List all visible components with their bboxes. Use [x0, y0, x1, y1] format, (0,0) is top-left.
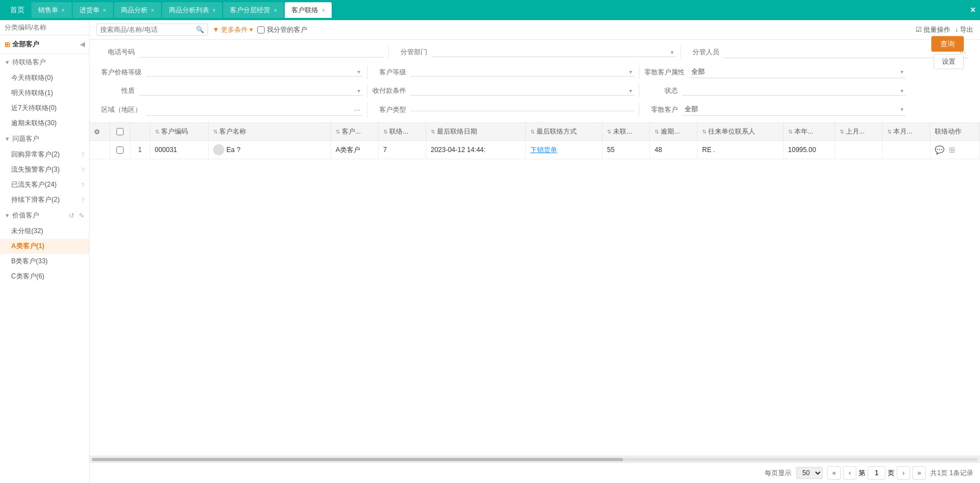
overdue-col-header[interactable]: ⇅逾期...	[650, 123, 698, 141]
notcontacted-col-header[interactable]: ⇅未联...	[602, 123, 650, 141]
horizontal-scrollbar[interactable]	[89, 456, 980, 462]
price-level-select[interactable]: ▾	[146, 68, 362, 77]
all-customers-header[interactable]: ⊞ 全部客户 ◀	[0, 35, 89, 54]
toolbar-right: ☑ 批量操作 ↓ 导出	[916, 25, 973, 35]
page-size-label: 每页显示	[765, 468, 791, 478]
my-customers-checkbox[interactable]	[257, 26, 265, 34]
region-dots-icon[interactable]: ···	[354, 105, 361, 114]
customer-type-select[interactable]	[411, 108, 634, 111]
sidebar-search-input[interactable]	[4, 23, 88, 31]
sidebar-item-c-class[interactable]: C类客户(6)	[0, 269, 89, 284]
last-page-button[interactable]: »	[912, 466, 926, 480]
code-col-header[interactable]: ⇅客户编码	[150, 123, 208, 141]
filter-payment: 收付款条件 ▾	[368, 84, 639, 98]
my-customers-checkbox-label[interactable]: 我分管的客户	[257, 25, 307, 35]
sidebar-item-churn-warning[interactable]: 流失预警客户(3) ?	[0, 162, 89, 177]
question-icon-repurchase[interactable]: ?	[81, 151, 84, 158]
retail-attr-arrow-icon: ▾	[901, 69, 903, 75]
payment-select[interactable]: ▾	[411, 87, 634, 96]
sidebar-item-a-class[interactable]: A类客户(1)	[0, 239, 89, 254]
first-page-button[interactable]: «	[827, 466, 841, 480]
tab-product-analysis-label: 商品分析	[121, 6, 148, 15]
search-input[interactable]	[100, 26, 194, 34]
tab-product-analysis-close[interactable]: ×	[151, 7, 154, 13]
retail-attr-select[interactable]: 全部 ▾	[689, 66, 906, 78]
collapse-icon[interactable]: ◀	[80, 41, 84, 48]
problem-customers-section[interactable]: ▼ 问题客户	[0, 131, 89, 147]
sidebar-item-churned[interactable]: 已流失客户(24) ?	[0, 177, 89, 192]
my-customers-label: 我分管的客户	[267, 25, 307, 35]
dept-select[interactable]: ▾	[432, 48, 676, 57]
contact-method-link[interactable]: 下销货单	[530, 146, 557, 154]
tab-customer-segment[interactable]: 客户分层经营 ×	[223, 2, 284, 18]
lastcontactdate-col-header[interactable]: ⇅最后联络日期	[426, 123, 526, 141]
value-customers-section[interactable]: ▼ 价值客户 ↺ ✎	[0, 207, 89, 224]
name-col-header[interactable]: ⇅客户名称	[208, 123, 331, 141]
sidebar-item-ungrouped[interactable]: 未分组(32)	[0, 224, 89, 239]
query-button[interactable]: 查询	[931, 36, 964, 51]
tab-product-analysis[interactable]: 商品分析 ×	[114, 2, 161, 18]
lastmonth-col-header[interactable]: ⇅上月...	[835, 123, 882, 141]
tab-customer-segment-close[interactable]: ×	[274, 7, 277, 13]
contactaction-cell: 💬 ⊞	[930, 141, 979, 159]
status-select[interactable]: ▾	[682, 87, 906, 96]
question-icon-declining[interactable]: ?	[81, 197, 84, 203]
page-number-input[interactable]	[868, 466, 885, 480]
search-icon[interactable]: 🔍	[196, 26, 204, 34]
select-all-checkbox[interactable]	[116, 128, 124, 135]
region-select[interactable]: ···	[146, 104, 362, 116]
sidebar-item-7days-pending[interactable]: 近7天待联络(0)	[0, 101, 89, 116]
top-navigation: 首页 销售单 × 进货单 × 商品分析 × 商品分析列表 × 客户分层经营 × …	[0, 0, 980, 20]
tab-purchase-order-close[interactable]: ×	[103, 7, 106, 13]
sidebar-item-repurchase-abnormal[interactable]: 回购异常客户(2) ?	[0, 147, 89, 162]
close-all-button[interactable]: ×	[970, 5, 976, 15]
checkbox-col-header	[110, 123, 130, 141]
phone-input[interactable]	[139, 47, 384, 58]
filter-price-level: 客户价格等级 ▾	[96, 65, 368, 79]
tab-product-analysis-list-close[interactable]: ×	[213, 7, 216, 13]
more-action-icon[interactable]: ⊞	[949, 145, 955, 154]
chat-action-icon[interactable]: 💬	[935, 145, 944, 154]
sidebar-item-b-class[interactable]: B类客户(33)	[0, 254, 89, 269]
thismonth-col-header[interactable]: ⇅本月...	[882, 123, 930, 141]
companycontacts-col-header[interactable]: ⇅往来单位联系人	[698, 123, 784, 141]
tab-sales-order-close[interactable]: ×	[62, 7, 65, 13]
nature-select[interactable]: ▾	[139, 87, 362, 96]
more-conditions-button[interactable]: ▼ 更多条件 ▾	[213, 25, 253, 35]
tab-sales-order[interactable]: 销售单 ×	[31, 2, 72, 18]
question-icon-churn-warning[interactable]: ?	[81, 167, 84, 173]
tab-purchase-order[interactable]: 进货单 ×	[73, 2, 113, 18]
settings-icon[interactable]: ⚙	[94, 128, 100, 136]
edit-icon[interactable]: ✎	[79, 212, 84, 220]
num-col-header	[130, 123, 150, 141]
contactcount-cell: 7	[379, 141, 426, 159]
sidebar-item-tomorrow-pending[interactable]: 明天待联络(1)	[0, 86, 89, 101]
customertype-col-header[interactable]: ⇅客户...	[331, 123, 379, 141]
sidebar-item-overdue-pending[interactable]: 逾期未联络(30)	[0, 116, 89, 131]
refresh-icon[interactable]: ↺	[69, 212, 74, 220]
export-label: 导出	[960, 25, 973, 35]
batch-label: 批量操作	[924, 25, 950, 35]
next-page-button[interactable]: ›	[897, 466, 910, 480]
filter-region: 区域（地区） ···	[96, 102, 368, 118]
export-button[interactable]: ↓ 导出	[955, 25, 973, 35]
tab-customer-contact-close[interactable]: ×	[322, 7, 325, 13]
row-checkbox[interactable]	[116, 146, 124, 154]
settings-col-header[interactable]: ⚙	[89, 123, 110, 141]
contactcount-col-header[interactable]: ⇅联络...	[379, 123, 426, 141]
tab-customer-contact[interactable]: 客户联络 ×	[285, 2, 332, 18]
customer-level-select[interactable]: ▾	[411, 68, 634, 77]
lastcontactmethod-col-header[interactable]: ⇅最后联络方式	[526, 123, 602, 141]
prev-page-button[interactable]: ‹	[843, 466, 856, 480]
home-tab[interactable]: 首页	[4, 5, 30, 15]
pending-contact-section[interactable]: ▼ 待联络客户	[0, 54, 89, 70]
settings-button[interactable]: 设置	[934, 54, 964, 69]
retail-customer-select[interactable]: 全部 ▾	[682, 103, 906, 116]
page-size-select[interactable]: 50	[796, 467, 823, 479]
sidebar-item-today-pending[interactable]: 今天待联络(0)	[0, 70, 89, 86]
batch-operation-button[interactable]: ☑ 批量操作	[916, 25, 950, 35]
sidebar-item-declining[interactable]: 持续下滑客户(2) ?	[0, 192, 89, 207]
tab-product-analysis-list[interactable]: 商品分析列表 ×	[162, 2, 223, 18]
question-icon-churned[interactable]: ?	[81, 182, 84, 188]
thisyear-col-header[interactable]: ⇅本年...	[783, 123, 835, 141]
